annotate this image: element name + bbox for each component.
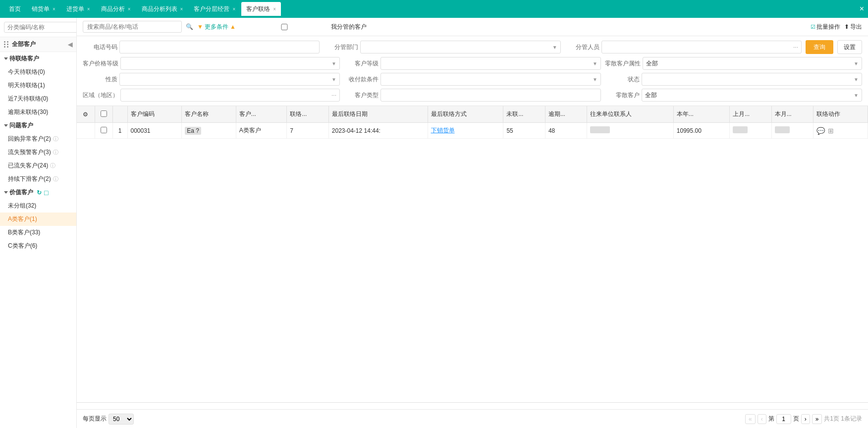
filter-manager: 分管人员 ··· <box>565 41 802 54</box>
sidebar-item-repurchase-abnormal[interactable]: 回购异常客户(2) ⓘ <box>0 132 76 146</box>
close-all-button[interactable]: × <box>860 4 864 13</box>
col-last-month-amt: 上月... <box>730 106 772 123</box>
export-button[interactable]: ⬆ 导出 <box>844 23 862 31</box>
col-checkbox[interactable] <box>95 106 112 123</box>
sidebar-item-today[interactable]: 今天待联络(0) <box>0 65 76 79</box>
close-icon[interactable]: × <box>53 6 55 12</box>
sidebar-item-tomorrow[interactable]: 明天待联络(1) <box>0 79 76 92</box>
sidebar-item-7days[interactable]: 近7天待联络(0) <box>0 92 76 106</box>
group-problem-toggle[interactable]: 问题客户 <box>0 119 76 132</box>
status-select[interactable]: ▼ <box>642 73 862 86</box>
sidebar-item-churned[interactable]: 已流失客户(24) ⓘ <box>0 159 76 172</box>
last-page-button[interactable]: » <box>812 414 822 424</box>
payment-select[interactable]: ▼ <box>380 73 601 86</box>
add-group-icon[interactable]: □ <box>44 189 48 197</box>
first-page-button[interactable]: « <box>745 414 756 424</box>
page-navigation: « ‹ 第 页 › » 共1页 1条记录 <box>745 414 862 424</box>
filter-row-3: 性质 ▼ 收付款条件 ▼ 状态 ▼ <box>83 73 862 86</box>
group-pending-toggle[interactable]: 待联络客户 <box>0 52 76 65</box>
customer-type-input[interactable] <box>380 89 601 102</box>
sidebar-item-unclassified[interactable]: 未分组(32) <box>0 199 76 213</box>
col-overdue: 逾期... <box>545 106 587 123</box>
data-table-container: ⚙ 客户编码 客户名称 客户... <box>77 106 868 402</box>
row-type: A类客户 <box>236 123 287 139</box>
main-layout: 🔍 全部客户 ◀ 待联络客户 今天待联络(0) 明天待联络(1) 近7天待 <box>0 18 868 428</box>
all-customers-header[interactable]: 全部客户 ◀ <box>0 37 76 52</box>
nav-tab-customer-layer[interactable]: 客户分层经营 × <box>189 2 240 16</box>
group-problem-label: 问题客户 <box>9 121 33 130</box>
sidebar-item-overdue[interactable]: 逾期未联络(30) <box>0 106 76 119</box>
table-row: 1 000031 Ea ? A类客户 7 <box>77 123 868 139</box>
nav-tab-goods-analysis-label: 商品分析 <box>101 5 125 13</box>
page-input[interactable] <box>776 414 791 424</box>
row-overdue: 48 <box>545 123 587 139</box>
nav-tab-customer-contact-label: 客户联络 <box>246 5 270 13</box>
nav-tab-sales[interactable]: 销货单 × <box>27 2 60 16</box>
sidebar-item-declining[interactable]: 持续下滑客户(2) ⓘ <box>0 172 76 186</box>
more-filters-button[interactable]: ▼ 更多条件 ▲ <box>197 23 236 31</box>
collapse-icon[interactable]: ◀ <box>68 41 72 48</box>
row-name: Ea ? <box>182 123 236 139</box>
col-settings[interactable]: ⚙ <box>77 106 95 123</box>
sidebar-item-class-c[interactable]: C类客户(6) <box>0 239 76 253</box>
nav-tab-goods-list[interactable]: 商品分析列表 × <box>137 2 188 16</box>
group-value-items: 未分组(32) A类客户(1) B类客户(33) C类客户(6) <box>0 199 76 253</box>
refresh-icon[interactable]: ↻ <box>37 189 42 196</box>
horizontal-scrollbar[interactable] <box>77 402 868 409</box>
close-icon[interactable]: × <box>87 6 90 12</box>
col-this-month-amt: 本月... <box>771 106 814 123</box>
customer-level-select[interactable]: ▼ <box>380 57 601 70</box>
manager-input[interactable]: ··· <box>601 41 802 54</box>
filter-price-level: 客户价格等级 ▼ <box>83 57 340 70</box>
close-icon[interactable]: × <box>180 6 183 12</box>
filter-status: 状态 ▼ <box>605 73 862 86</box>
row-checkbox-cell[interactable] <box>95 123 112 139</box>
nav-tab-purchase[interactable]: 进货单 × <box>61 2 95 16</box>
region-input[interactable]: ··· <box>120 89 340 102</box>
select-all-checkbox[interactable] <box>101 110 107 117</box>
sidebar-item-class-b[interactable]: B类客户(33) <box>0 226 76 239</box>
close-icon[interactable]: × <box>128 6 131 12</box>
group-pending-items: 今天待联络(0) 明天待联络(1) 近7天待联络(0) 逾期未联络(30) <box>0 65 76 119</box>
close-icon[interactable]: × <box>232 6 235 12</box>
batch-op-button[interactable]: ☑ 批量操作 <box>811 23 840 31</box>
row-num: 1 <box>112 123 127 139</box>
group-value-toggle[interactable]: 价值客户 ↻ □ <box>0 186 76 199</box>
dept-select[interactable]: ▼ <box>360 41 560 54</box>
filter-nature: 性质 ▼ <box>83 73 340 86</box>
filter-row-2: 客户价格等级 ▼ 客户等级 ▼ 零散客户属性 全部▼ <box>83 57 862 70</box>
data-table: ⚙ 客户编码 客户名称 客户... <box>77 106 868 139</box>
next-page-button[interactable]: › <box>801 414 810 424</box>
nav-tab-home[interactable]: 首页 <box>4 2 26 16</box>
search-input[interactable] <box>83 21 182 33</box>
retail-customer-select[interactable]: 全部▼ <box>642 89 862 102</box>
search-icon[interactable]: 🔍 <box>186 23 193 30</box>
per-page-select[interactable]: 50 100 200 <box>108 414 134 425</box>
retail-attr-select[interactable]: 全部▼ <box>643 57 862 70</box>
advanced-filter: 电话号码 分管部门 ▼ 分管人员 ··· 查询 设置 <box>77 36 868 106</box>
filter-customer-level: 客户等级 ▼ <box>344 57 601 70</box>
sidebar-item-churn-warning[interactable]: 流失预警客户(3) ⓘ <box>0 146 76 159</box>
row-this-month-amt <box>771 123 814 139</box>
close-icon[interactable]: × <box>273 6 276 12</box>
settings-button[interactable]: 设置 <box>837 40 862 54</box>
nav-tab-goods-analysis[interactable]: 商品分析 × <box>96 2 136 16</box>
nav-tab-purchase-label: 进货单 <box>66 5 84 13</box>
sidebar-item-class-a[interactable]: A类客户(1) <box>0 213 76 226</box>
chat-icon[interactable]: 💬 <box>816 127 825 135</box>
right-action-buttons: ☑ 批量操作 ⬆ 导出 <box>811 23 862 31</box>
nav-tab-customer-contact[interactable]: 客户联络 × <box>241 2 281 16</box>
expand-icon <box>4 124 8 127</box>
nature-select[interactable]: ▼ <box>119 73 340 86</box>
help-icon: ⓘ <box>50 162 55 169</box>
row-checkbox[interactable] <box>101 127 107 133</box>
row-last-method: 下销货单 <box>428 123 503 139</box>
sidebar-search-input[interactable] <box>4 22 77 33</box>
row-last-month-amt <box>730 123 772 139</box>
price-level-select[interactable]: ▼ <box>120 57 340 70</box>
query-button[interactable]: 查询 <box>806 40 833 54</box>
grid-action-icon[interactable]: ⊞ <box>828 127 834 135</box>
my-customers-checkbox[interactable]: 我分管的客户 <box>240 23 367 31</box>
phone-input[interactable] <box>119 41 320 54</box>
prev-page-button[interactable]: ‹ <box>758 414 766 424</box>
